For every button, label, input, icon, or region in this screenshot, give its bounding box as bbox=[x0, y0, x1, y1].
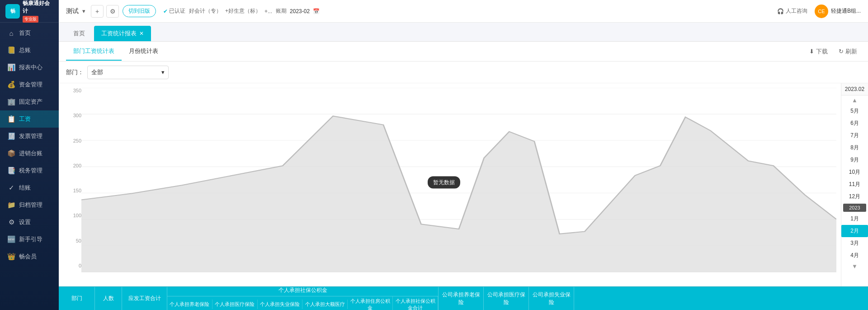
dept-select[interactable]: 全部 ▾ bbox=[87, 66, 169, 79]
content-main: 部门工资统计表 月份统计表 ⬇ 下载 ↻ 刷新 部门： 全部 bbox=[59, 42, 868, 310]
sidebar-item-assets[interactable]: 🏢固定资产 bbox=[0, 93, 59, 110]
date-12[interactable]: 12月 bbox=[841, 191, 868, 203]
old-version-btn[interactable]: 切到旧版 bbox=[123, 5, 156, 17]
ledger-icon: 📒 bbox=[7, 46, 15, 54]
certified-badge: ✔ 已认证 bbox=[163, 7, 185, 15]
tab-home[interactable]: 首页 bbox=[66, 26, 92, 41]
member-icon: 👑 bbox=[7, 253, 15, 261]
th-social-total: 个人承担社保公积金合计 bbox=[393, 296, 438, 310]
reports-icon: 📊 bbox=[7, 63, 15, 72]
topbar: 测试 ▾ + ⚙ 切到旧版 ✔ 已认证 好会计（专） +好生意（标） +... … bbox=[59, 0, 868, 23]
sidebar-label-sales: 进销台账 bbox=[19, 149, 42, 157]
project-dropdown[interactable]: ▾ bbox=[82, 8, 85, 14]
date-1[interactable]: 1月 bbox=[841, 213, 868, 225]
date-10[interactable]: 10月 bbox=[841, 166, 868, 178]
chart-container: 350 300 250 200 150 100 50 0 bbox=[59, 83, 841, 286]
sidebar-item-settings[interactable]: ⚙设置 bbox=[0, 214, 59, 231]
calendar-icon[interactable]: 📅 bbox=[313, 8, 320, 14]
sidebar-label-guide: 新手引导 bbox=[19, 235, 42, 243]
svg-marker-8 bbox=[81, 116, 836, 272]
y-axis: 350 300 250 200 150 100 50 0 bbox=[63, 83, 81, 273]
sidebar-item-funds[interactable]: 💰资金管理 bbox=[0, 76, 59, 93]
sidebar-label-salary: 工资 bbox=[19, 115, 31, 123]
avatar: CE bbox=[815, 5, 828, 18]
tabbar: 首页 工资统计报表 ✕ bbox=[59, 23, 868, 42]
sidebar: 畅 畅康通好会计 专业版 ⌂首页📒总账📊报表中心💰资金管理🏢固定资产📋工资🧾发票… bbox=[0, 0, 59, 310]
sidebar-item-guide[interactable]: 🆕新手引导 bbox=[0, 231, 59, 248]
salary-icon: 📋 bbox=[7, 115, 15, 123]
sidebar-item-settlement[interactable]: ✓结账 bbox=[0, 179, 59, 196]
sidebar-item-member[interactable]: 👑畅会员 bbox=[0, 248, 59, 265]
th-housing: 个人承担住房公积金 bbox=[348, 296, 393, 310]
logo-icon: 畅 bbox=[5, 4, 20, 19]
date-4[interactable]: 4月 bbox=[841, 249, 868, 262]
sidebar-item-invoice[interactable]: 🧾发票管理 bbox=[0, 128, 59, 145]
logo-text: 畅康通好会计 专业版 bbox=[23, 0, 53, 23]
date-2[interactable]: 2月 bbox=[841, 225, 868, 237]
good-biz-badge: +好生意（标） bbox=[225, 7, 261, 15]
chevron-down-icon: ▾ bbox=[161, 69, 165, 76]
sidebar-nav: ⌂首页📒总账📊报表中心💰资金管理🏢固定资产📋工资🧾发票管理📦进销台账📑税务管理✓… bbox=[0, 23, 59, 310]
topbar-status: ✔ 已认证 好会计（专） +好生意（标） +... 账期 2023-02 📅 bbox=[163, 7, 320, 15]
chart-svg-wrapper: 暂无数据 bbox=[81, 88, 836, 273]
th-company-pension: 公司承担养老保险 bbox=[439, 287, 484, 310]
download-icon: ⬇ bbox=[809, 48, 814, 55]
settings-btn[interactable]: ⚙ bbox=[106, 5, 119, 18]
chart-area: 350 300 250 200 150 100 50 0 bbox=[59, 83, 868, 286]
sidebar-label-funds: 资金管理 bbox=[19, 81, 42, 89]
filterbar: 部门： 全部 ▾ bbox=[59, 62, 868, 83]
date-11[interactable]: 11月 bbox=[841, 178, 868, 191]
date-5[interactable]: 5月 bbox=[841, 105, 868, 117]
sales-icon: 📦 bbox=[7, 149, 15, 157]
table-header: 部门 人数 应发工资合计 个人承担社保公积金 个人承担养老保险 个人承担医疗保险… bbox=[59, 286, 868, 310]
date-nav-down[interactable]: ▼ bbox=[841, 262, 868, 271]
sub-tab-dept[interactable]: 部门工资统计表 bbox=[66, 43, 122, 61]
sidebar-item-reports[interactable]: 📊报表中心 bbox=[0, 59, 59, 76]
sub-tab-monthly[interactable]: 月份统计表 bbox=[122, 43, 165, 61]
topbar-right: 🎧 人工咨询 CE 轻捷通B组... bbox=[777, 5, 861, 18]
date-nav-up[interactable]: ▲ bbox=[841, 95, 868, 105]
home-icon: ⌂ bbox=[7, 29, 15, 37]
date-3[interactable]: 3月 bbox=[841, 237, 868, 249]
settlement-icon: ✓ bbox=[7, 184, 15, 192]
chart-tooltip: 暂无数据 bbox=[428, 176, 460, 188]
good-accounting-badge: 好会计（专） bbox=[189, 7, 222, 15]
sidebar-item-archive[interactable]: 📁归档管理 bbox=[0, 196, 59, 214]
date-9[interactable]: 9月 bbox=[841, 154, 868, 166]
sidebar-label-tax: 税务管理 bbox=[19, 167, 42, 175]
main-area: 测试 ▾ + ⚙ 切到旧版 ✔ 已认证 好会计（专） +好生意（标） +... … bbox=[59, 0, 868, 310]
sub-tabbar: 部门工资统计表 月份统计表 ⬇ 下载 ↻ 刷新 bbox=[59, 42, 868, 62]
content-area: 部门工资统计表 月份统计表 ⬇ 下载 ↻ 刷新 部门： 全部 bbox=[59, 42, 868, 310]
user-menu[interactable]: CE 轻捷通B组... bbox=[815, 5, 861, 18]
sidebar-item-salary[interactable]: 📋工资 bbox=[0, 110, 59, 128]
th-serious-medical: 个人承担大额医疗 bbox=[302, 300, 348, 309]
settings-icon: ⚙ bbox=[7, 218, 15, 226]
sidebar-item-home[interactable]: ⌂首页 bbox=[0, 24, 59, 42]
sidebar-item-tax[interactable]: 📑税务管理 bbox=[0, 162, 59, 179]
refresh-btn[interactable]: ↻ 刷新 bbox=[835, 46, 861, 57]
period-label: 账期 2023-02 📅 bbox=[276, 7, 320, 15]
date-8[interactable]: 8月 bbox=[841, 142, 868, 154]
date-7[interactable]: 7月 bbox=[841, 129, 868, 142]
year-2023[interactable]: 2023 bbox=[843, 204, 866, 212]
funds-icon: 💰 bbox=[7, 81, 15, 89]
headset-icon: 🎧 bbox=[777, 8, 784, 14]
archive-icon: 📁 bbox=[7, 201, 15, 209]
th-pension: 个人承担养老保险 bbox=[167, 300, 212, 309]
service-btn[interactable]: 🎧 人工咨询 bbox=[777, 7, 807, 15]
tab-salary-report[interactable]: 工资统计报表 ✕ bbox=[94, 26, 151, 41]
sidebar-item-ledger[interactable]: 📒总账 bbox=[0, 42, 59, 59]
topbar-actions: + ⚙ bbox=[91, 5, 119, 18]
date-6[interactable]: 6月 bbox=[841, 117, 868, 129]
th-count: 人数 bbox=[95, 287, 122, 310]
download-btn[interactable]: ⬇ 下载 bbox=[806, 46, 831, 57]
sidebar-item-sales[interactable]: 📦进销台账 bbox=[0, 145, 59, 162]
more-badge: +... bbox=[264, 8, 272, 14]
sidebar-label-assets: 固定资产 bbox=[19, 98, 42, 106]
sidebar-label-member: 畅会员 bbox=[19, 253, 37, 261]
th-company-unemployment: 公司承担失业保险 bbox=[529, 287, 574, 310]
th-group-personal: 个人承担社保公积金 个人承担养老保险 个人承担医疗保险 个人承担失业保险 个人承… bbox=[167, 287, 439, 310]
tab-close-icon[interactable]: ✕ bbox=[139, 30, 144, 37]
sidebar-label-archive: 归档管理 bbox=[19, 201, 42, 209]
add-btn[interactable]: + bbox=[91, 5, 104, 18]
